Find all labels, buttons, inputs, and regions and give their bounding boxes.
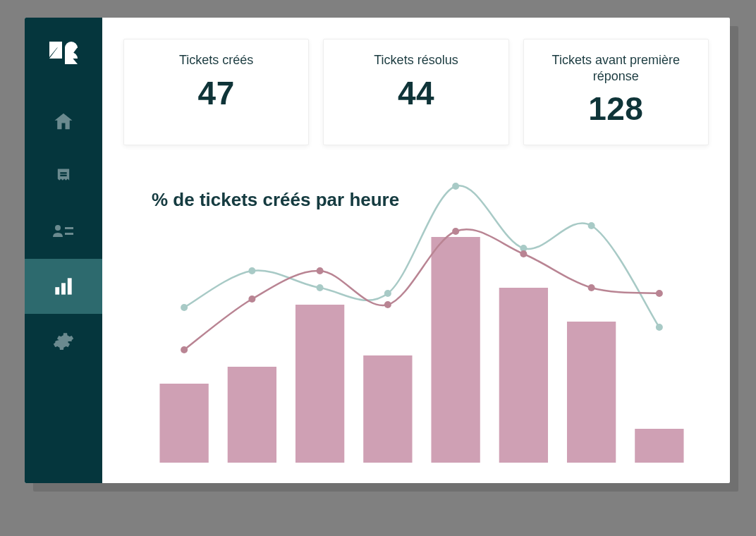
home-icon [53,111,74,132]
bar [228,367,276,463]
nav-home[interactable] [25,94,102,149]
data-point [656,324,663,331]
svg-rect-10 [68,278,72,294]
bar [295,305,344,463]
svg-point-5 [55,225,61,231]
svg-rect-7 [65,233,73,235]
kpi-label: Tickets créés [131,52,301,68]
sidebar [25,18,102,483]
svg-rect-6 [65,227,73,229]
kpi-card-resolved: Tickets résolus 44 [323,39,508,145]
nav-tickets[interactable] [25,149,102,204]
kpi-row: Tickets créés 47 Tickets résolus 44 Tick… [123,39,709,145]
nav-users[interactable] [25,204,102,259]
svg-rect-3 [60,172,66,173]
bar-chart-icon [53,276,74,296]
data-point [452,183,459,190]
bar [363,355,412,463]
gear-icon [53,331,74,352]
bar [499,288,548,463]
kpi-card-first-response: Tickets avant première réponse 128 [523,39,709,145]
kpi-value: 128 [531,90,701,128]
chart-area: % de tickets créés par heure [123,173,709,483]
data-point [384,290,391,297]
svg-rect-8 [55,287,59,295]
bar [567,322,616,463]
bar [635,429,683,463]
svg-rect-9 [61,283,66,294]
data-point [452,228,459,235]
data-point [181,346,188,353]
data-point [384,301,391,308]
nav-reports[interactable] [25,259,102,314]
document-icon [54,166,73,186]
data-point [248,296,255,303]
app-window: Tickets créés 47 Tickets résolus 44 Tick… [25,18,730,483]
zendesk-logo-icon [49,42,78,67]
data-point [317,284,324,291]
data-point [181,304,188,311]
main-content: Tickets créés 47 Tickets résolus 44 Tick… [102,18,730,483]
nav-settings[interactable] [25,314,102,369]
data-point [317,267,324,274]
kpi-label: Tickets résolus [331,52,501,68]
data-point [520,250,527,257]
chart-title: % de tickets créés par heure [152,188,399,212]
bar [159,384,208,463]
kpi-value: 47 [131,74,301,112]
tickets-per-hour-chart [150,173,693,483]
kpi-card-created: Tickets créés 47 [123,39,309,145]
data-point [248,267,255,274]
bar [431,237,480,463]
data-point [588,284,595,291]
data-point [588,222,595,229]
user-list-icon [53,221,74,241]
kpi-value: 44 [331,74,501,112]
svg-rect-4 [60,175,66,176]
data-point [656,290,663,297]
kpi-label: Tickets avant première réponse [531,52,701,84]
